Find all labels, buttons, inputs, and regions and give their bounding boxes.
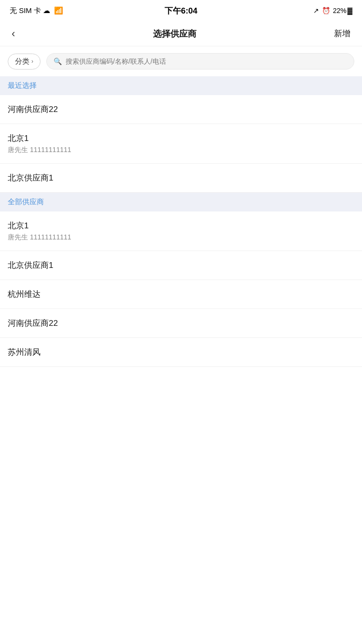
supplier-list: 最近选择河南供应商22北京1唐先生 11111111111北京供应商1全部供应商… bbox=[0, 76, 362, 367]
status-bar: 无 SIM 卡 ☁ 📶 下午6:04 ↗ ⏰ 22% ▓ bbox=[0, 0, 362, 21]
page-title: 选择供应商 bbox=[153, 28, 196, 40]
wifi-icon: 📶 bbox=[54, 6, 63, 15]
status-left: 无 SIM 卡 ☁ 📶 bbox=[10, 6, 63, 15]
alarm-icon: ⏰ bbox=[322, 7, 330, 14]
search-icon: 🔍 bbox=[54, 57, 62, 65]
navigation-bar: ‹ 选择供应商 新增 bbox=[0, 21, 362, 46]
list-item[interactable]: 北京供应商1 bbox=[0, 251, 362, 280]
section-header-all: 全部供应商 bbox=[0, 193, 362, 211]
supplier-name: 杭州维达 bbox=[8, 289, 354, 300]
back-button[interactable]: ‹ bbox=[8, 24, 19, 44]
add-button[interactable]: 新增 bbox=[330, 24, 354, 43]
list-item[interactable]: 北京1唐先生 11111111111 bbox=[0, 211, 362, 251]
list-item[interactable]: 北京供应商1 bbox=[0, 164, 362, 193]
section-header-recent: 最近选择 bbox=[0, 76, 362, 95]
search-box[interactable]: 🔍 bbox=[46, 53, 354, 70]
search-area: 分类 › 🔍 bbox=[0, 46, 362, 76]
chevron-right-icon: › bbox=[31, 58, 33, 65]
supplier-sub: 唐先生 11111111111 bbox=[8, 233, 354, 242]
supplier-name: 河南供应商22 bbox=[8, 104, 354, 115]
status-right: ↗ ⏰ 22% ▓ bbox=[313, 7, 352, 14]
battery-indicator: 22% ▓ bbox=[333, 7, 352, 14]
supplier-name: 河南供应商22 bbox=[8, 318, 354, 329]
list-item[interactable]: 河南供应商22 bbox=[0, 95, 362, 124]
location-icon: ↗ bbox=[313, 7, 319, 14]
list-item[interactable]: 杭州维达 bbox=[0, 280, 362, 309]
battery-percent: 22% bbox=[333, 7, 347, 14]
supplier-name: 北京1 bbox=[8, 220, 354, 231]
list-item[interactable]: 北京1唐先生 11111111111 bbox=[0, 124, 362, 164]
section-title-all: 全部供应商 bbox=[8, 197, 44, 206]
supplier-name: 北京1 bbox=[8, 133, 354, 144]
sim-label: 无 SIM 卡 ☁ bbox=[10, 6, 50, 15]
battery-icon: ▓ bbox=[348, 7, 352, 14]
list-item[interactable]: 苏州清风 bbox=[0, 338, 362, 367]
supplier-name: 北京供应商1 bbox=[8, 172, 354, 183]
supplier-sub: 唐先生 11111111111 bbox=[8, 146, 354, 154]
category-button[interactable]: 分类 › bbox=[8, 54, 41, 70]
status-time: 下午6:04 bbox=[165, 5, 197, 16]
search-input[interactable] bbox=[66, 57, 347, 65]
category-label: 分类 bbox=[15, 57, 29, 66]
section-title-recent: 最近选择 bbox=[8, 81, 37, 89]
supplier-name: 苏州清风 bbox=[8, 347, 354, 358]
list-item[interactable]: 河南供应商22 bbox=[0, 309, 362, 338]
supplier-name: 北京供应商1 bbox=[8, 260, 354, 271]
